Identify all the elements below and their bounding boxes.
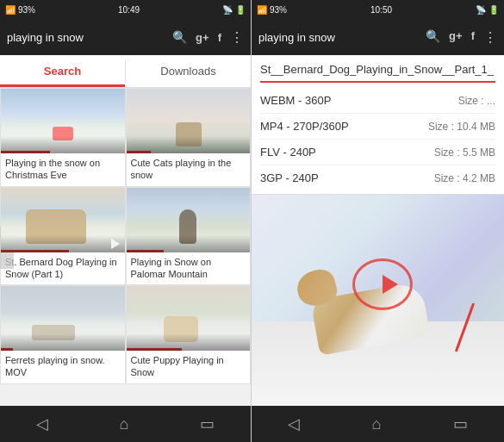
left-search-query: playing in snow [7,31,165,44]
format-label-webm: WEBM - 360P [260,94,331,107]
home-button-right[interactable]: ⌂ [372,415,382,433]
right-signal-icon: 📶 [257,5,267,15]
recent-button-right[interactable]: ▭ [453,414,468,433]
format-row-webm[interactable]: WEBM - 360P Size : ... [260,88,495,114]
left-bottom-bar: ◁ ⌂ ▭ [0,406,251,442]
left-status-right: 📡 🔋 [222,5,246,15]
left-battery-icon: 🔋 [235,5,246,15]
video-item-1[interactable]: Playing in the snow on Christmas Eve [0,88,126,187]
left-signal-icon: 📶 [5,5,16,15]
format-size-webm: Size : ... [458,95,495,107]
gplus-icon[interactable]: g+ [196,31,209,44]
video-title-1: Playing in the snow on Christmas Eve [1,153,125,186]
play-indicator-3 [111,239,121,249]
video-thumb-2 [127,89,251,153]
video-row-3: Ferrets playing in snow. MOV Cute Puppy … [0,285,251,384]
format-label-flv: FLV - 240P [260,146,316,159]
video-title-3: St. Bernard Dog Playing in Snow (Part 1) [1,252,125,285]
video-item-4[interactable]: Playing in Snow on Palomar Mountain [126,187,252,286]
recent-button-left[interactable]: ▭ [200,414,215,433]
video-title-4: Playing in Snow on Palomar Mountain [127,252,251,285]
video-item-2[interactable]: Cute Cats playing in the snow [126,88,252,187]
right-status-bar: 📶 93% 10:50 📡 🔋 [252,0,504,19]
left-search-bar: playing in snow 🔍 g+ f ⋮ [0,19,251,55]
thumb-gradient-4 [127,235,251,252]
format-label-mp4: MP4 - 270P/360P [260,120,349,133]
video-thumb-4 [127,188,251,252]
right-fb-icon[interactable]: f [471,29,475,46]
video-item-5[interactable]: Ferrets playing in snow. MOV [0,285,126,384]
preview-image [252,195,504,406]
download-panel: St__Bernard_Dog_Playing_in_Snow__Part_1_… [252,55,504,195]
video-preview [252,195,504,406]
video-thumb-1 [1,89,125,153]
left-battery-text: 93% [18,5,35,15]
right-status-right: 📡 🔋 [476,5,499,15]
video-row-2: St. Bernard Dog Playing in Snow (Part 1)… [0,187,251,286]
home-button-left[interactable]: ⌂ [120,415,129,433]
right-search-bar: playing in snow 🔍 g+ f ⋮ [252,19,504,55]
video-item-3[interactable]: St. Bernard Dog Playing in Snow (Part 1) [0,187,126,286]
left-panel: 📶 93% 10:49 📡 🔋 playing in snow 🔍 g+ f ⋮… [0,0,252,442]
right-wifi-icon: 📡 [476,5,486,15]
video-title-5: Ferrets playing in snow. MOV [1,351,125,383]
format-size-flv: Size : 5.5 MB [434,146,495,159]
video-title-2: Cute Cats playing in the snow [127,153,251,186]
format-size-3gp: Size : 4.2 MB [434,172,495,184]
format-size-mp4: Size : 10.4 MB [428,121,495,133]
tabs-bar: Search Downloads [0,55,251,88]
right-status-left: 📶 93% [257,5,287,15]
right-search-query: playing in snow [258,31,419,44]
right-more-icon[interactable]: ⋮ [483,29,497,46]
right-gplus-icon[interactable]: g+ [449,29,463,46]
search-icon[interactable]: 🔍 [172,30,187,44]
video-grid: ‹ Playing in the snow on Christmas Eve [0,88,251,406]
right-battery-text: 93% [270,5,287,15]
back-button-right[interactable]: ◁ [288,414,300,433]
format-row-mp4[interactable]: MP4 - 270P/360P Size : 10.4 MB [260,114,495,140]
video-row-1: Playing in the snow on Christmas Eve Cut… [0,88,251,187]
facebook-icon[interactable]: f [218,31,221,44]
download-title: St__Bernard_Dog_Playing_in_Snow__Part_1_ [260,62,495,83]
video-title-6: Cute Puppy Playing in Snow [127,351,251,383]
thumb-gradient-6 [127,333,251,351]
thumb-gradient-2 [127,136,251,153]
right-time: 10:50 [370,5,392,15]
format-row-flv[interactable]: FLV - 240P Size : 5.5 MB [260,140,495,165]
format-row-3gp[interactable]: 3GP - 240P Size : 4.2 MB [260,165,495,190]
thumb-gradient-5 [1,333,125,351]
left-wifi-icon: 📡 [222,5,233,15]
back-button-left[interactable]: ◁ [36,414,48,433]
right-panel: 📶 93% 10:50 📡 🔋 playing in snow 🔍 g+ f ⋮… [252,0,504,442]
video-item-6[interactable]: Cute Puppy Playing in Snow [126,285,252,384]
video-thumb-3 [1,188,125,252]
more-icon[interactable]: ⋮ [230,29,244,46]
right-battery-icon: 🔋 [488,5,499,15]
format-label-3gp: 3GP - 240P [260,171,319,184]
left-status-left: 📶 93% [5,5,35,15]
left-time: 10:49 [118,5,140,15]
play-arrow-big[interactable] [383,275,398,294]
video-thumb-6 [127,286,251,351]
right-search-icons: 🔍 g+ f ⋮ [426,29,497,46]
thumb-gradient-1 [1,136,125,153]
tab-search[interactable]: Search [0,55,125,87]
right-search-icon[interactable]: 🔍 [426,29,440,46]
video-thumb-5 [1,286,125,351]
right-bottom-bar: ◁ ⌂ ▭ [252,406,504,442]
left-search-icons: 🔍 g+ f ⋮ [172,29,244,46]
left-status-bar: 📶 93% 10:49 📡 🔋 [0,0,251,19]
tab-downloads[interactable]: Downloads [126,55,251,87]
thumb-gradient-3 [1,235,125,252]
